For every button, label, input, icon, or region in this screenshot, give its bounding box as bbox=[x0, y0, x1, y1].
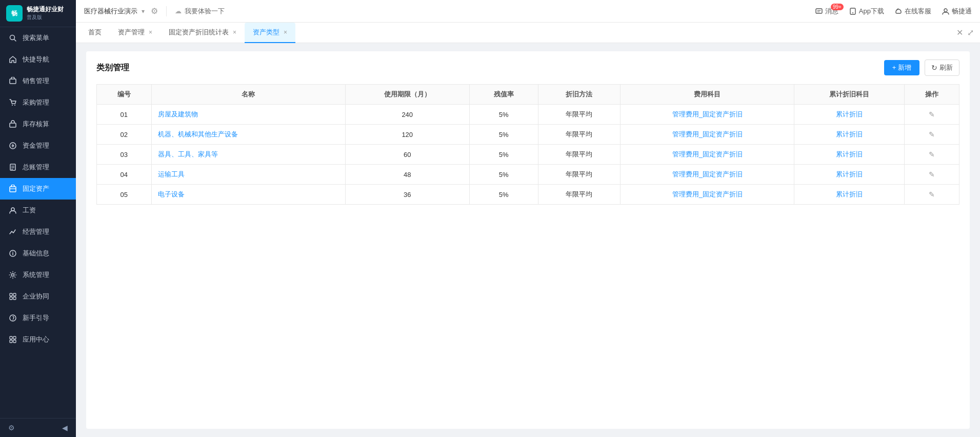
ledger-icon bbox=[8, 163, 17, 172]
cell-accum-subject: 累计折旧 bbox=[794, 165, 905, 185]
tab-home-label: 首页 bbox=[88, 28, 102, 37]
svg-rect-26 bbox=[10, 340, 12, 343]
svg-rect-20 bbox=[10, 297, 12, 300]
content-header: 类别管理 + 新增 ↻ 刷新 bbox=[96, 59, 959, 76]
sidebar-item-search[interactable]: 搜索菜单 bbox=[0, 27, 76, 49]
workspace-name: 医疗器械行业演示 bbox=[84, 7, 137, 16]
edit-icon[interactable]: ✎ bbox=[929, 170, 935, 178]
online-service-button[interactable]: 在线客服 bbox=[894, 7, 931, 16]
app-download-label: App下载 bbox=[859, 7, 884, 16]
settings-icon[interactable]: ⚙ bbox=[8, 424, 15, 432]
cell-cost-subject: 管理费用_固定资产折旧 bbox=[621, 165, 794, 185]
tab-home[interactable]: 首页 bbox=[80, 23, 110, 43]
cell-cost-subject: 管理费用_固定资产折旧 bbox=[621, 145, 794, 165]
svg-line-1 bbox=[14, 39, 16, 42]
tab-asset-type[interactable]: 资产类型 × bbox=[245, 23, 295, 43]
edit-icon[interactable]: ✎ bbox=[929, 130, 935, 138]
cell-action[interactable]: ✎ bbox=[905, 125, 959, 145]
cell-method: 年限平均 bbox=[538, 105, 621, 125]
user-button[interactable]: 畅捷通 bbox=[942, 7, 972, 16]
online-service-label: 在线客服 bbox=[905, 7, 931, 16]
cell-name: 房屋及建筑物 bbox=[151, 105, 345, 125]
tab-asset-mgmt-close[interactable]: × bbox=[149, 29, 152, 35]
cell-code: 04 bbox=[97, 165, 152, 185]
app-download-button[interactable]: App下载 bbox=[849, 7, 884, 16]
cell-salvage: 5% bbox=[469, 105, 538, 125]
svg-rect-27 bbox=[13, 340, 16, 343]
tab-asset-mgmt-label: 资产管理 bbox=[118, 28, 145, 37]
tab-asset-mgmt[interactable]: 资产管理 × bbox=[110, 23, 161, 43]
svg-point-31 bbox=[944, 9, 947, 12]
refresh-label: 刷新 bbox=[939, 63, 953, 72]
table-header: 编号 名称 使用期限（月） 残值率 折旧方法 费用科目 累计折旧科目 操作 bbox=[97, 85, 959, 105]
sidebar-item-guide[interactable]: 新手引导 bbox=[0, 307, 76, 329]
cell-code: 05 bbox=[97, 185, 152, 205]
cell-method: 年限平均 bbox=[538, 185, 621, 205]
sidebar-item-inventory-label: 库存核算 bbox=[23, 120, 49, 129]
sidebar-item-system-label: 系统管理 bbox=[23, 270, 49, 280]
sidebar-item-operations[interactable]: 经营管理 bbox=[0, 221, 76, 243]
svg-point-30 bbox=[852, 12, 853, 13]
edit-icon[interactable]: ✎ bbox=[929, 150, 935, 158]
close-tab-icon[interactable]: ✕ bbox=[956, 28, 963, 37]
cell-code: 01 bbox=[97, 105, 152, 125]
refresh-button[interactable]: ↻ 刷新 bbox=[925, 59, 959, 76]
add-button-label: + 新增 bbox=[892, 63, 911, 72]
content-card: 类别管理 + 新增 ↻ 刷新 编号 名称 使用期限（月） bbox=[86, 51, 970, 429]
basic-info-icon bbox=[8, 249, 17, 258]
expand-tab-icon[interactable]: ⤢ bbox=[967, 28, 974, 37]
sales-icon bbox=[8, 76, 17, 86]
col-name: 名称 bbox=[151, 85, 345, 105]
cell-action[interactable]: ✎ bbox=[905, 165, 959, 185]
cell-action[interactable]: ✎ bbox=[905, 105, 959, 125]
table-body: 01 房屋及建筑物 240 5% 年限平均 管理费用_固定资产折旧 累计折旧 ✎… bbox=[97, 105, 959, 205]
workspace-settings-icon[interactable]: ⚙ bbox=[151, 6, 158, 16]
messages-button[interactable]: 消息 99+ bbox=[815, 7, 838, 16]
sidebar-item-basic-info-label: 基础信息 bbox=[23, 249, 49, 258]
sidebar-item-enterprise[interactable]: 企业协同 bbox=[0, 286, 76, 307]
workspace-dropdown-arrow: ▾ bbox=[142, 8, 145, 15]
tab-depreciation-table-close[interactable]: × bbox=[233, 29, 236, 35]
svg-point-13 bbox=[11, 208, 14, 211]
cell-action[interactable]: ✎ bbox=[905, 145, 959, 165]
sidebar-item-capital[interactable]: 资金管理 bbox=[0, 135, 76, 156]
collapse-sidebar-icon[interactable]: ◀ bbox=[62, 424, 68, 432]
sidebar-item-fixed-assets[interactable]: 固定资产 bbox=[0, 178, 76, 200]
cell-method: 年限平均 bbox=[538, 145, 621, 165]
sidebar-item-purchase[interactable]: 采购管理 bbox=[0, 92, 76, 113]
sidebar-item-salary[interactable]: 工资 bbox=[0, 200, 76, 221]
sidebar-item-sales[interactable]: 销售管理 bbox=[0, 70, 76, 92]
tab-actions: ✕ ⤢ bbox=[956, 28, 980, 37]
sidebar-item-basic-info[interactable]: 基础信息 bbox=[0, 243, 76, 264]
app-logo: 畅 bbox=[6, 5, 23, 22]
sidebar-item-quick-nav-label: 快捷导航 bbox=[23, 55, 49, 64]
cell-action[interactable]: ✎ bbox=[905, 185, 959, 205]
add-button[interactable]: + 新增 bbox=[884, 60, 919, 75]
tab-depreciation-table[interactable]: 固定资产折旧统计表 × bbox=[161, 23, 245, 43]
edit-icon[interactable]: ✎ bbox=[929, 190, 935, 198]
sidebar-item-salary-label: 工资 bbox=[23, 206, 36, 215]
cell-cost-subject: 管理费用_固定资产折旧 bbox=[621, 105, 794, 125]
sidebar-item-system[interactable]: 系统管理 bbox=[0, 264, 76, 286]
cell-accum-subject: 累计折旧 bbox=[794, 105, 905, 125]
tab-asset-type-label: 资产类型 bbox=[253, 28, 279, 37]
svg-rect-28 bbox=[816, 9, 822, 13]
sidebar-item-guide-label: 新手引导 bbox=[23, 313, 49, 323]
sidebar-item-inventory[interactable]: 库存核算 bbox=[0, 113, 76, 135]
edit-icon[interactable]: ✎ bbox=[929, 110, 935, 118]
cell-name: 运输工具 bbox=[151, 165, 345, 185]
workspace-selector[interactable]: 医疗器械行业演示 ▾ bbox=[84, 7, 145, 16]
messages-badge: 99+ bbox=[831, 4, 844, 10]
sidebar-item-ledger[interactable]: 总账管理 bbox=[0, 156, 76, 178]
experience-button[interactable]: ☁ 我要体验一下 bbox=[175, 7, 225, 16]
sidebar-item-app-center[interactable]: 应用中心 bbox=[0, 329, 76, 350]
category-table: 编号 名称 使用期限（月） 残值率 折旧方法 费用科目 累计折旧科目 操作 01… bbox=[96, 84, 959, 205]
svg-rect-5 bbox=[10, 123, 16, 127]
app-title-group: 畅捷通好业财 普及版 bbox=[27, 6, 64, 21]
sidebar-item-quick-nav[interactable]: 快捷导航 bbox=[0, 49, 76, 70]
operations-icon bbox=[8, 227, 17, 236]
tab-asset-type-close[interactable]: × bbox=[284, 29, 287, 35]
app-subtitle: 普及版 bbox=[27, 14, 64, 21]
cell-code: 02 bbox=[97, 125, 152, 145]
cell-salvage: 5% bbox=[469, 185, 538, 205]
